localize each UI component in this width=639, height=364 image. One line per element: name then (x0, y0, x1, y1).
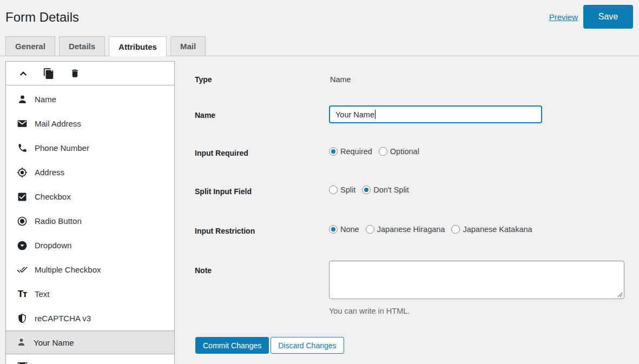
tab-bar: General Details Attributes Mail (5, 36, 206, 56)
tab-mail[interactable]: Mail (170, 36, 206, 56)
field-type-text[interactable]: Tᴛ Text (6, 282, 174, 306)
field-type-label: reCAPTCHA v3 (35, 314, 91, 323)
tab-general[interactable]: General (5, 36, 55, 56)
field-type-label: Name (35, 95, 56, 104)
radio-icon (17, 216, 28, 227)
name-label: Name (195, 111, 215, 120)
field-type-label: Dropdown (35, 241, 71, 250)
field-type-checkbox[interactable]: Checkbox (6, 184, 174, 209)
radio-label: Required (340, 147, 372, 156)
field-list-panel: Name Mail Address Phone Number Address C… (5, 61, 175, 364)
note-label: Note (195, 266, 212, 275)
person-icon (17, 337, 27, 347)
phone-icon (17, 143, 28, 154)
radio-required[interactable]: Required (329, 147, 372, 156)
tab-attributes[interactable]: Attributes (109, 36, 167, 56)
name-input-value: Your Name (335, 110, 374, 119)
save-button[interactable]: Save (583, 5, 633, 29)
envelope-icon (17, 118, 28, 129)
field-type-label: Radio Button (35, 216, 82, 226)
type-label: Type (195, 75, 212, 84)
note-help-text: You can write in HTML. (329, 307, 410, 315)
radio-split[interactable]: Split (329, 186, 355, 194)
radio-icon (329, 225, 338, 234)
field-type-recaptcha[interactable]: reCAPTCHA v3 (6, 306, 174, 330)
radio-label: None (340, 225, 359, 234)
radio-label: Japanese Katakana (463, 225, 532, 234)
type-value: Name (330, 75, 351, 84)
preview-link[interactable]: Preview (549, 12, 578, 22)
field-type-label: Checkbox (35, 192, 71, 201)
location-icon (17, 167, 28, 178)
form-field-your-name[interactable]: Your Name (6, 330, 174, 354)
input-restriction-label: Input Restriction (195, 227, 255, 235)
radio-none[interactable]: None (329, 225, 359, 234)
field-type-label: Address (35, 168, 64, 177)
radio-dont-split[interactable]: Don't Split (362, 186, 409, 194)
radio-icon (329, 186, 338, 194)
selected-field-label: Your Name (34, 338, 74, 347)
radio-icon (366, 225, 374, 234)
field-type-mail-address[interactable]: Mail Address (6, 111, 174, 136)
input-required-label: Input Required (195, 149, 248, 157)
field-type-dropdown[interactable]: Dropdown (6, 233, 174, 257)
radio-icon (379, 147, 387, 156)
name-input[interactable]: Your Name (329, 105, 542, 123)
checkbox-icon (17, 191, 28, 202)
dropdown-circle-icon (17, 240, 28, 251)
radio-japanese-hiragana[interactable]: Japanese Hiragana (366, 225, 445, 234)
shield-icon (17, 313, 28, 324)
radio-icon (451, 225, 460, 234)
trash-icon (70, 68, 80, 78)
field-type-phone-number[interactable]: Phone Number (6, 136, 174, 160)
collapse-button[interactable] (19, 69, 28, 78)
text-icon: Tᴛ (17, 289, 28, 300)
field-type-name[interactable]: Name (6, 87, 174, 111)
page-title: Form Details (5, 10, 79, 25)
radio-japanese-katakana[interactable]: Japanese Katakana (451, 225, 532, 234)
split-input-label: Split Input Field (195, 187, 252, 196)
radio-icon (329, 147, 338, 156)
tab-details[interactable]: Details (59, 36, 105, 56)
input-required-group: Required Optional (329, 147, 419, 156)
field-type-label: Mail Address (35, 119, 81, 128)
note-textarea[interactable] (329, 261, 624, 299)
double-check-icon (17, 264, 28, 275)
field-type-multiple-checkbox[interactable]: Multiple Checkbox (6, 257, 174, 282)
field-type-radio-button[interactable]: Radio Button (6, 209, 174, 233)
duplicate-button[interactable] (43, 68, 55, 80)
chevron-up-icon (19, 69, 28, 78)
radio-label: Optional (390, 147, 419, 156)
form-actions: Commit Changes Discard Changes (195, 337, 344, 354)
person-icon (17, 94, 28, 105)
text-cursor (375, 110, 376, 119)
radio-label: Split (340, 186, 355, 194)
field-type-label: Text (35, 289, 50, 299)
field-type-label: Multiple Checkbox (35, 265, 101, 274)
field-type-label: Phone Number (35, 143, 89, 153)
field-type-list: Name Mail Address Phone Number Address C… (6, 85, 174, 330)
radio-icon (362, 186, 371, 194)
radio-optional[interactable]: Optional (379, 147, 419, 156)
delete-button[interactable] (70, 68, 80, 78)
envelope-icon (17, 360, 28, 364)
split-input-group: Split Don't Split (329, 186, 409, 194)
form-field-partial[interactable] (6, 354, 174, 364)
commit-changes-button[interactable]: Commit Changes (195, 337, 269, 354)
radio-label: Don't Split (373, 186, 409, 194)
field-toolbar (6, 62, 174, 85)
copy-icon (43, 68, 55, 80)
discard-changes-button[interactable]: Discard Changes (271, 337, 344, 354)
radio-label: Japanese Hiragana (377, 225, 445, 234)
field-type-address[interactable]: Address (6, 160, 174, 184)
input-restriction-group: None Japanese Hiragana Japanese Katakana (329, 225, 532, 234)
